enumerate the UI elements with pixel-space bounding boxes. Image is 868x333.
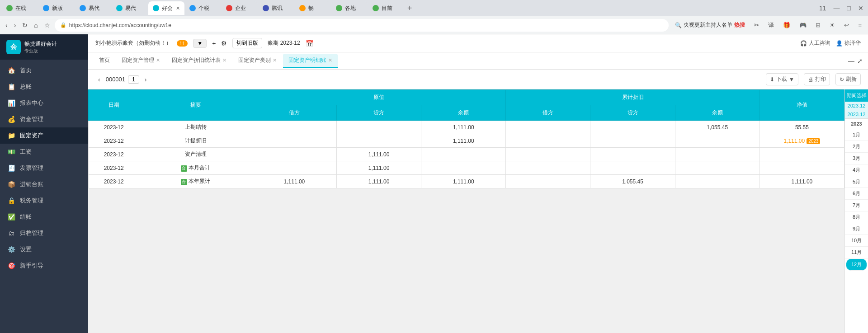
table-cell: 1,111.00 xyxy=(337,148,421,161)
table-row: 2023-12合 本年累计1,111.001,111.001,111.001,0… xyxy=(89,175,844,188)
page-tab-home[interactable]: 首页 xyxy=(94,54,115,68)
tab-icon-muqian xyxy=(373,5,379,11)
user-avatar-icon: 👤 xyxy=(836,40,843,47)
table-cell: 2023-12 xyxy=(89,161,139,175)
page-tab-fixed-assets-mgmt[interactable]: 固定资产管理 ✕ xyxy=(116,54,165,68)
period-month-item[interactable]: 2月 xyxy=(845,141,868,153)
next-page-button[interactable]: › xyxy=(142,75,150,84)
ai-service-button[interactable]: 🎧 人工咨询 xyxy=(800,39,830,47)
page-tab-asset-category[interactable]: 固定资产类别 ✕ xyxy=(233,54,282,68)
sidebar-item-tax[interactable]: 🔒 税务管理 xyxy=(0,192,88,209)
browser-tab-gedi[interactable]: 各地 xyxy=(331,1,368,15)
page-tab-asset-detail-ledger[interactable]: 固定资产明细账 ✕ xyxy=(283,54,338,68)
sidebar-item-invoice[interactable]: 🧾 发票管理 xyxy=(0,160,88,176)
browser-tab-qiye[interactable]: 企业 xyxy=(222,1,258,15)
page-tab-close-fixed-assets-mgmt[interactable]: ✕ xyxy=(156,57,160,63)
browser-tab-yidai1[interactable]: 易代 xyxy=(75,1,111,15)
browser-close-button[interactable]: ✕ xyxy=(855,4,866,13)
table-cell xyxy=(675,175,760,188)
sidebar: 会 畅捷通好会计 专业版 🏠 首页 📋 总账 📊 报表中心 💰 资金管理 xyxy=(0,34,88,333)
page-tab-depreciation-stats[interactable]: 固定资产折旧统计表 ✕ xyxy=(166,54,232,68)
browser-tab-muqian[interactable]: 目前 xyxy=(368,1,404,15)
app-header-user: 刘小艳演示账套（勿删勿动！） xyxy=(95,39,171,47)
forward-button[interactable]: › xyxy=(12,20,18,31)
tab-bar: 在线 新版 易代 易代 好会 ✕ 个税 企业 腾讯 xyxy=(0,0,868,16)
browser-tab-new[interactable]: 新版 xyxy=(38,1,75,15)
scissors-icon-btn[interactable]: ✂ xyxy=(751,21,762,29)
browser-tab-online[interactable]: 在线 xyxy=(2,1,38,15)
period-month-item[interactable]: 11月 xyxy=(845,247,868,258)
address-field[interactable]: 🔒 https://cloud.chanjet.com/accounting/u… xyxy=(55,19,669,32)
sidebar-item-label-guide: 新手引导 xyxy=(20,262,43,270)
sidebar-item-reports[interactable]: 📊 报表中心 xyxy=(0,95,88,111)
table-cell xyxy=(252,134,336,148)
wallet-icon-btn[interactable]: 🎁 xyxy=(780,21,793,29)
tab-panel-maximize-button[interactable]: ⤢ xyxy=(857,57,863,65)
tab-count-badge[interactable]: 11 xyxy=(816,4,829,13)
add-account-button[interactable]: + xyxy=(212,40,216,47)
browser-tab-yidai2[interactable]: 易代 xyxy=(112,1,148,15)
browser-tab-haohui[interactable]: 好会 ✕ xyxy=(148,1,184,15)
account-selector-dropdown[interactable]: ▼ xyxy=(193,39,207,48)
new-tab-button[interactable]: + xyxy=(405,4,415,13)
browser-tab-geshui[interactable]: 个税 xyxy=(185,1,221,15)
page-tab-close-asset-category[interactable]: ✕ xyxy=(273,57,277,63)
period-month-item[interactable]: 10月 xyxy=(845,235,868,247)
period-month-item[interactable]: 12月 xyxy=(846,259,867,271)
period-month-item[interactable]: 4月 xyxy=(845,164,868,176)
tab-icon-yidai2 xyxy=(116,5,123,11)
page-tabs: 首页 固定资产管理 ✕ 固定资产折旧统计表 ✕ 固定资产类别 ✕ 固定资产明细账… xyxy=(88,52,868,70)
sidebar-item-home[interactable]: 🏠 首页 xyxy=(0,62,88,79)
browser-minimize-button[interactable]: — xyxy=(831,4,843,13)
sidebar-item-closing[interactable]: ✅ 结账 xyxy=(0,209,88,225)
sidebar-item-funds[interactable]: 💰 资金管理 xyxy=(0,111,88,127)
sidebar-item-salary[interactable]: 💵 工资 xyxy=(0,144,88,160)
refresh-button[interactable]: ↻ 刷新 xyxy=(835,73,861,85)
period-month-item[interactable]: 5月 xyxy=(845,176,868,188)
period-month-item[interactable]: 1月 xyxy=(845,129,868,141)
prev-page-button[interactable]: ‹ xyxy=(95,75,103,84)
page-tab-close-asset-detail-ledger[interactable]: ✕ xyxy=(328,57,332,63)
page-num[interactable]: 1 xyxy=(128,75,139,84)
tab-label-gedi: 各地 xyxy=(345,5,356,12)
sidebar-item-guide[interactable]: 🎯 新手引导 xyxy=(0,258,88,274)
reload-button[interactable]: ↻ xyxy=(20,20,29,31)
user-profile-button[interactable]: 👤 徐泽华 xyxy=(836,39,861,47)
period-month-item[interactable]: 9月 xyxy=(845,223,868,235)
period-month-item[interactable]: 7月 xyxy=(845,200,868,211)
inventory-icon: 📦 xyxy=(7,181,15,188)
sidebar-item-settings[interactable]: ⚙️ 设置 xyxy=(0,241,88,258)
period-month-item[interactable]: 3月 xyxy=(845,153,868,164)
sidebar-item-general-ledger[interactable]: 📋 总账 xyxy=(0,79,88,95)
page-tab-close-depreciation-stats[interactable]: ✕ xyxy=(222,57,226,63)
browser-tab-tengxun[interactable]: 腾讯 xyxy=(258,1,294,15)
settings-gear-button[interactable]: ⚙ xyxy=(221,40,227,47)
download-button[interactable]: ⬇ 下载 ▼ xyxy=(766,73,798,85)
brightness-icon-btn[interactable]: ☀ xyxy=(827,21,838,29)
sidebar-item-fixed-assets[interactable]: 📁 固定资产 xyxy=(0,127,88,144)
sidebar-item-archive[interactable]: 🗂 归档管理 xyxy=(0,225,88,241)
home-button[interactable]: ⌂ xyxy=(32,20,39,31)
print-button[interactable]: 🖨 打印 xyxy=(804,73,830,85)
translate-icon-btn[interactable]: 译 xyxy=(765,20,777,30)
tab-label-qiye: 企业 xyxy=(235,5,246,12)
tab-panel-minimize-button[interactable]: — xyxy=(848,57,854,65)
game-icon-btn[interactable]: 🎮 xyxy=(797,21,809,29)
menu-icon-btn[interactable]: ≡ xyxy=(855,21,864,29)
sidebar-item-inventory[interactable]: 📦 进销台账 xyxy=(0,176,88,192)
period-panel: 期间选择 2023.12 2023.12 20231月2月3月4月5月6月7月8… xyxy=(844,89,868,333)
period-month-item[interactable]: 6月 xyxy=(845,188,868,200)
tax-icon: 🔒 xyxy=(7,197,15,204)
history-icon-btn[interactable]: ↩ xyxy=(841,21,852,29)
grid-icon-btn[interactable]: ⊞ xyxy=(813,21,823,29)
browser-maximize-button[interactable]: □ xyxy=(844,4,854,13)
bookmark-button[interactable]: ☆ xyxy=(42,20,52,31)
browser-tab-chang[interactable]: 畅 xyxy=(295,1,331,15)
switch-version-button[interactable]: 切到旧版 xyxy=(232,38,262,48)
back-button[interactable]: ‹ xyxy=(4,20,9,31)
period-label: 账期 2023-12 xyxy=(268,39,300,47)
browser-tab-close-haohui[interactable]: ✕ xyxy=(176,5,180,11)
calendar-icon-button[interactable]: 📅 xyxy=(306,40,313,47)
period-month-item[interactable]: 8月 xyxy=(845,211,868,223)
content-area: 日期 摘要 原值 累计折旧 净值 借方 贷方 余额 借方 贷方 余额 xyxy=(88,89,868,333)
